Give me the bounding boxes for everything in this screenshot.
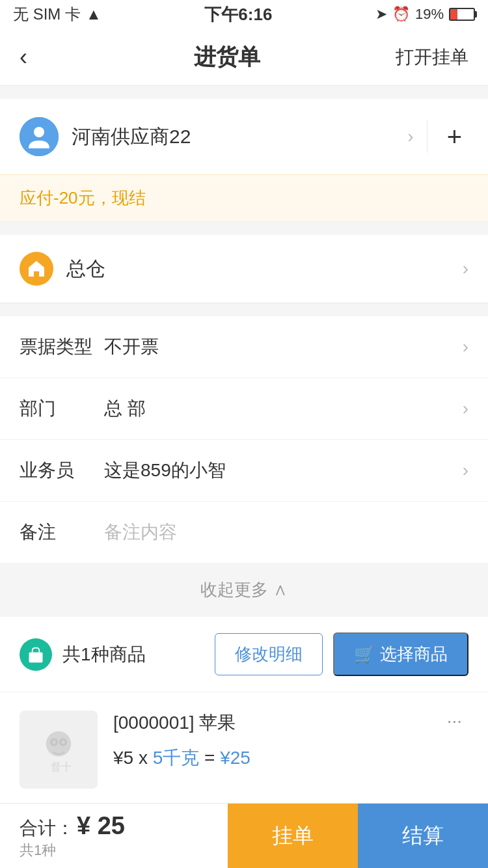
department-value: 总 部 <box>98 396 463 421</box>
open-pending-button[interactable]: 打开挂单 <box>396 45 468 70</box>
product-name: [0000001] 苹果 <box>113 711 441 735</box>
warehouse-chevron-icon: › <box>463 258 468 279</box>
ticket-type-label: 票据类型 <box>20 334 98 359</box>
ticket-type-value: 不开票 <box>98 334 463 359</box>
product-total: ¥25 <box>220 748 251 768</box>
warehouse-name: 总仓 <box>66 256 463 282</box>
svg-point-6 <box>61 740 64 744</box>
warehouse-icon <box>20 252 53 286</box>
svg-text:督十: 督十 <box>51 761 72 772</box>
product-code: [0000001] <box>113 712 199 733</box>
total-label: 合计： <box>20 816 74 841</box>
ticket-type-chevron-icon: › <box>463 336 468 357</box>
ticket-type-row[interactable]: 票据类型 不开票 › <box>0 316 488 378</box>
remark-row[interactable]: 备注 备注内容 <box>0 502 488 563</box>
product-price: ¥5 x <box>113 748 153 768</box>
location-icon: ➤ <box>375 6 387 23</box>
form-section: 票据类型 不开票 › 部门 总 部 › 业务员 这是859的小智 › 备注 备注… <box>0 316 488 563</box>
remark-label: 备注 <box>20 520 98 545</box>
total-amount: ¥ 25 <box>77 812 125 840</box>
product-thumbnail: 督十 <box>20 711 98 789</box>
carrier-text: 无 SIM 卡 <box>13 4 81 25</box>
department-row[interactable]: 部门 总 部 › <box>0 378 488 440</box>
salesperson-chevron-icon: › <box>463 460 468 481</box>
supplier-section: 河南供应商22 › + 应付-20元，现结 <box>0 99 488 222</box>
product-item: 督十 [0000001] 苹果 ¥5 x 5千克 = ¥25 ··· <box>0 692 488 807</box>
supplier-avatar <box>20 117 59 156</box>
products-icon <box>20 638 52 671</box>
status-right: ➤ ⏰ 19% <box>375 6 475 23</box>
salesperson-label: 业务员 <box>20 458 98 483</box>
supplier-avatar-icon <box>20 117 59 156</box>
select-product-icon: 🛒 <box>354 644 375 664</box>
footer-total: 合计： ¥ 25 共1种 <box>0 804 228 868</box>
product-equals: = <box>204 748 220 768</box>
supplier-name: 河南供应商22 <box>72 124 407 150</box>
salesperson-row[interactable]: 业务员 这是859的小智 › <box>0 440 488 502</box>
product-calc: ¥5 x 5千克 = ¥25 <box>113 746 441 770</box>
svg-rect-1 <box>29 652 43 662</box>
select-product-label: 选择商品 <box>380 643 448 666</box>
checkout-button[interactable]: 结算 <box>358 804 488 868</box>
product-info: [0000001] 苹果 ¥5 x 5千克 = ¥25 <box>113 711 441 770</box>
collapse-bar[interactable]: 收起更多 ∧ <box>0 563 488 617</box>
svg-point-5 <box>52 740 55 744</box>
product-more-button[interactable]: ··· <box>441 711 468 731</box>
page-title: 进货单 <box>194 42 260 72</box>
department-label: 部门 <box>20 396 98 421</box>
time-display: 下午6:16 <box>204 3 272 26</box>
svg-point-0 <box>34 127 44 137</box>
remark-input[interactable]: 备注内容 <box>98 520 468 545</box>
alarm-icon: ⏰ <box>392 6 410 23</box>
hang-button[interactable]: 挂单 <box>228 804 358 868</box>
supplier-row[interactable]: 河南供应商22 › + <box>0 99 488 174</box>
edit-details-button[interactable]: 修改明细 <box>215 633 323 675</box>
battery-icon <box>449 8 475 21</box>
products-count: 共1种商品 <box>62 642 215 667</box>
salesperson-value: 这是859的小智 <box>98 458 463 483</box>
notice-bar: 应付-20元，现结 <box>0 174 488 222</box>
back-button[interactable]: ‹ <box>20 44 59 71</box>
status-left: 无 SIM 卡 ▲ <box>13 4 102 25</box>
product-quantity: 5千克 <box>153 748 200 768</box>
select-product-button[interactable]: 🛒 选择商品 <box>333 632 468 676</box>
add-supplier-button[interactable]: + <box>441 122 468 152</box>
supplier-chevron-icon: › <box>407 126 413 147</box>
warehouse-row[interactable]: 总仓 › <box>0 222 488 303</box>
wifi-icon: ▲ <box>86 5 102 23</box>
products-header: 共1种商品 修改明细 🛒 选择商品 <box>0 617 488 692</box>
footer: 合计： ¥ 25 共1种 挂单 结算 <box>0 803 488 868</box>
section-gap-1 <box>0 86 488 99</box>
nav-bar: ‹ 进货单 打开挂单 <box>0 29 488 86</box>
battery-percent: 19% <box>415 6 444 23</box>
department-chevron-icon: › <box>463 398 468 419</box>
svg-point-2 <box>46 731 72 757</box>
supplier-divider <box>427 120 427 153</box>
status-bar: 无 SIM 卡 ▲ 下午6:16 ➤ ⏰ 19% <box>0 0 488 29</box>
product-title: 苹果 <box>199 712 236 733</box>
total-count: 共1种 <box>20 841 228 860</box>
